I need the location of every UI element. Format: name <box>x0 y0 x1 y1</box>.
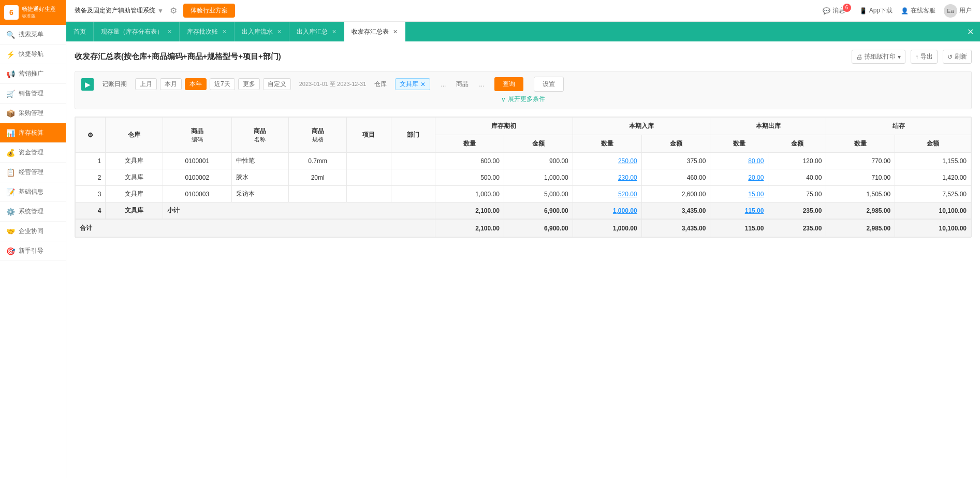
filter-toggle-btn[interactable]: ▶ <box>81 78 94 91</box>
td-balance-amt: 1,155.00 <box>895 153 971 169</box>
td-total-out-amt: 235.00 <box>768 219 826 237</box>
refresh-btn[interactable]: ↺ 刷新 <box>943 50 972 64</box>
tab-close-icon[interactable]: ✕ <box>277 28 282 35</box>
tab-bar-close-btn[interactable]: ✕ <box>961 27 980 37</box>
goods-ellipsis[interactable]: ... <box>477 81 486 88</box>
sidebar-item-inventory[interactable]: 📊 库存核算 <box>0 123 66 143</box>
td-name: 中性笔 <box>231 153 288 169</box>
td-warehouse: 文具库 <box>106 169 163 186</box>
td-no: 1 <box>76 153 106 169</box>
warehouse-tag[interactable]: 文具库 ✕ <box>395 78 430 90</box>
th-warehouse: 仓库 <box>106 118 163 153</box>
tab-close-icon[interactable]: ✕ <box>332 28 337 35</box>
td-dept <box>391 169 435 186</box>
td-code: 0100001 <box>163 153 231 169</box>
td-in-qty[interactable]: 230.00 <box>573 169 641 186</box>
chevron-down-icon: ∨ <box>501 96 506 103</box>
user-menu[interactable]: Ea 用户 <box>944 4 972 18</box>
sidebar-item-sales[interactable]: 🛒 销售管理 <box>0 84 66 104</box>
warehouse-tag-close[interactable]: ✕ <box>420 81 426 88</box>
td-total-in-qty: 1,000.00 <box>573 219 641 237</box>
messages-btn[interactable]: 💬 消息 6 <box>823 6 851 15</box>
td-total-in-amt: 3,435.00 <box>641 219 710 237</box>
sidebar-item-finance[interactable]: 💰 资金管理 <box>0 143 66 163</box>
td-out-qty[interactable]: 15.00 <box>710 186 768 202</box>
expand-filter-btn[interactable]: ∨ 展开更多条件 <box>81 95 965 104</box>
sidebar-item-quick-nav[interactable]: ⚡ 快捷导航 <box>0 45 66 64</box>
online-service-btn[interactable]: 👤 在线客服 <box>901 6 935 15</box>
td-opening-amt: 1,000.00 <box>504 169 573 186</box>
print-btn[interactable]: 🖨 拣纸版打印 ▾ <box>852 50 905 64</box>
chevron-down-icon: ▾ <box>898 53 901 61</box>
sidebar-item-label: 采购管理 <box>19 109 43 118</box>
sidebar-item-guide[interactable]: 🎯 新手引导 <box>0 241 66 261</box>
td-spec: 0.7mm <box>289 153 347 169</box>
warehouse-label: 仓库 <box>374 80 387 89</box>
tab-close-icon[interactable]: ✕ <box>393 28 398 35</box>
th-settings[interactable]: ⚙ <box>76 118 106 153</box>
trial-btn[interactable]: 体验行业方案 <box>183 4 235 18</box>
td-out-qty[interactable]: 20.00 <box>710 169 768 186</box>
td-subtotal-opening-qty: 2,100.00 <box>435 202 504 220</box>
sidebar-item-label: 快捷导航 <box>19 50 43 59</box>
td-opening-amt: 900.00 <box>504 153 573 169</box>
settings-gear-icon[interactable]: ⚙ <box>170 6 177 16</box>
th-balance: 结存 <box>826 118 971 135</box>
sidebar-item-marketing[interactable]: 📢 营销推广 <box>0 64 66 84</box>
setting-btn[interactable]: 设置 <box>534 77 564 92</box>
sidebar-item-label: 资金管理 <box>19 148 43 157</box>
sales-icon: 🛒 <box>6 90 14 98</box>
date-btn-7days[interactable]: 近7天 <box>210 78 235 90</box>
th-out-amt: 金额 <box>768 135 826 153</box>
td-dept <box>391 186 435 202</box>
system-title[interactable]: 装备及固定资产辅助管理系统 ▼ <box>75 6 164 15</box>
td-subtotal-out-qty: 115.00 <box>710 202 768 220</box>
td-balance-qty: 770.00 <box>826 153 895 169</box>
date-filter-group: 上月 本月 本年 近7天 更多 自定义 <box>135 78 291 90</box>
warehouse-ellipsis[interactable]: ... <box>438 81 448 88</box>
tab-batch[interactable]: 库存批次账 ✕ <box>180 22 235 41</box>
th-in: 本期入库 <box>573 118 710 135</box>
date-btn-this-month[interactable]: 本月 <box>160 78 182 90</box>
sidebar-item-system[interactable]: ⚙️ 系统管理 <box>0 202 66 222</box>
td-total-balance-qty: 2,985.00 <box>826 219 895 237</box>
tab-summary[interactable]: 出入库汇总 ✕ <box>289 22 344 41</box>
export-btn[interactable]: ↑ 导出 <box>911 50 938 64</box>
sidebar-item-basic[interactable]: 📝 基础信息 <box>0 182 66 202</box>
td-in-qty[interactable]: 520.00 <box>573 186 641 202</box>
app-name: 畅捷通好生意 <box>22 5 56 12</box>
marketing-icon: 📢 <box>6 70 14 78</box>
tab-close-icon[interactable]: ✕ <box>167 28 172 35</box>
td-total-opening-qty: 2,100.00 <box>435 219 504 237</box>
sidebar-item-enterprise[interactable]: 🤝 企业协同 <box>0 222 66 241</box>
td-no: 3 <box>76 186 106 202</box>
tab-close-icon[interactable]: ✕ <box>222 28 227 35</box>
sidebar-item-search[interactable]: 🔍 搜索菜单 <box>0 25 66 45</box>
th-project: 项目 <box>347 118 391 153</box>
sidebar: 6 畅捷通好生意 标准版 🔍 搜索菜单 ⚡ 快捷导航 📢 营销推广 🛒 销 <box>0 0 66 478</box>
sidebar-item-label: 系统管理 <box>19 207 43 216</box>
main-content: 装备及固定资产辅助管理系统 ▼ ⚙ 体验行业方案 💬 消息 6 📱 App下载 … <box>66 0 980 478</box>
tab-flow[interactable]: 出入库流水 ✕ <box>235 22 289 41</box>
date-btn-custom[interactable]: 自定义 <box>263 78 291 90</box>
tab-receive-send[interactable]: 收发存汇总表 ✕ <box>344 22 405 41</box>
tab-home[interactable]: 首页 <box>66 22 94 41</box>
td-subtotal-balance-qty: 2,985.00 <box>826 202 895 220</box>
sidebar-item-operations[interactable]: 📋 经营管理 <box>0 163 66 182</box>
td-no: 2 <box>76 169 106 186</box>
query-btn[interactable]: 查询 <box>494 77 523 91</box>
tab-inventory-dist[interactable]: 现存量（库存分布表） ✕ <box>94 22 180 41</box>
settings-icon[interactable]: ⚙ <box>87 132 93 139</box>
date-btn-more[interactable]: 更多 <box>238 78 260 90</box>
sidebar-item-purchase[interactable]: 📦 采购管理 <box>0 104 66 123</box>
td-spec <box>289 186 347 202</box>
date-btn-last-month[interactable]: 上月 <box>135 78 157 90</box>
td-in-qty[interactable]: 250.00 <box>573 153 641 169</box>
inventory-icon: 📊 <box>6 129 14 137</box>
app-download-btn[interactable]: 📱 App下载 <box>859 6 893 15</box>
td-total-label: 合计 <box>76 219 435 237</box>
td-in-amt: 460.00 <box>641 169 710 186</box>
date-btn-this-year[interactable]: 本年 <box>185 78 207 90</box>
td-out-qty[interactable]: 80.00 <box>710 153 768 169</box>
td-code: 0100002 <box>163 169 231 186</box>
